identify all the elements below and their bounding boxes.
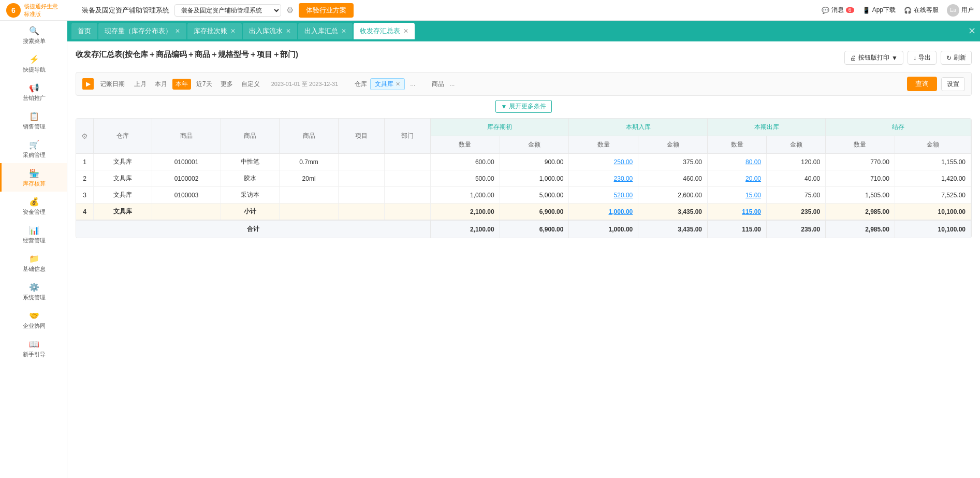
sidebar-item-inventory[interactable]: 🏪 库存核算 — [0, 163, 67, 192]
messages-btn[interactable]: 💬 消息 6 — [822, 6, 854, 15]
table-cell[interactable]: 115.00 — [708, 204, 767, 221]
tab-stock-summary[interactable]: 收发存汇总表 ✕ — [354, 23, 415, 39]
filter-settings-button[interactable]: 设置 — [941, 77, 965, 91]
date-label: 记账日期 — [100, 80, 125, 89]
tab-home[interactable]: 首页 — [71, 23, 97, 39]
product-more[interactable]: ... — [449, 80, 455, 88]
date-btn-more[interactable]: 更多 — [217, 79, 236, 90]
date-btn-this-month[interactable]: 本月 — [152, 79, 170, 90]
col-settings-icon[interactable]: ⚙ — [81, 132, 88, 140]
sidebar-item-purchase[interactable]: 🛒 采购管理 — [0, 135, 67, 163]
content-area: 首页 现存量（库存分布表） ✕ 库存批次账 ✕ 出入库流水 ✕ 出入库汇总 ✕ — [67, 21, 980, 478]
date-btn-this-year[interactable]: 本年 — [172, 79, 191, 90]
table-cell — [280, 204, 339, 221]
sidebar-item-finance[interactable]: 💰 资金管理 — [0, 192, 67, 220]
th-balance: 结存 — [826, 119, 971, 136]
warehouse-more[interactable]: ... — [410, 80, 415, 88]
warehouse-tag-close[interactable]: ✕ — [396, 81, 400, 88]
sidebar-item-basic-info[interactable]: 📁 基础信息 — [0, 249, 67, 277]
online-support-btn[interactable]: 🎧 在线客服 — [904, 6, 939, 15]
user-btn[interactable]: Ea 用户 — [947, 4, 974, 17]
table-cell[interactable]: 15.00 — [708, 187, 767, 204]
print-button[interactable]: 🖨 按钮版打印 ▼ — [844, 51, 903, 65]
table-cell: 2,600.00 — [638, 187, 708, 204]
table-cell: 1,420.00 — [895, 170, 971, 187]
th-settings: ⚙ — [76, 119, 94, 154]
table-cell: 900.00 — [500, 154, 569, 170]
date-buttons: 上月 本月 本年 近7天 更多 自定义 — [131, 79, 263, 90]
sidebar-item-operations[interactable]: 📊 经营管理 — [0, 220, 67, 249]
tab-inout-summary[interactable]: 出入库汇总 ✕ — [298, 23, 353, 39]
tab-close-inventory-dist[interactable]: ✕ — [175, 27, 180, 35]
system-icon: ⚙️ — [29, 282, 39, 292]
table-cell: 1,155.00 — [895, 154, 971, 170]
table-cell[interactable]: 520.00 — [569, 187, 638, 204]
date-btn-custom[interactable]: 自定义 — [238, 79, 263, 90]
footer-open-qty: 2,100.00 — [430, 220, 500, 238]
tab-batch[interactable]: 库存批次账 ✕ — [187, 23, 242, 39]
sidebar-item-marketing[interactable]: 📢 营销推广 — [0, 78, 67, 106]
query-button[interactable]: 查询 — [907, 77, 937, 91]
tab-inout-flow[interactable]: 出入库流水 ✕ — [243, 23, 297, 39]
export-icon: ↓ — [913, 54, 916, 62]
expand-conditions-button[interactable]: ▼ 展开更多条件 — [495, 100, 552, 113]
table-cell — [152, 204, 221, 221]
sales-icon: 📋 — [29, 111, 39, 121]
table-cell[interactable]: 1,000.00 — [569, 204, 638, 221]
export-button[interactable]: ↓ 导出 — [908, 51, 937, 65]
logo-text: 畅捷通好生意 标准版 — [24, 3, 58, 18]
footer-out-qty: 115.00 — [708, 220, 767, 238]
table-cell: 文具库 — [94, 170, 152, 187]
table-cell: 10,100.00 — [895, 204, 971, 221]
sidebar-item-quicknav[interactable]: ⚡ 快捷导航 — [0, 49, 67, 78]
table-cell[interactable]: 20.00 — [708, 170, 767, 187]
table-cell: 500.00 — [430, 170, 500, 187]
table-cell: 文具库 — [94, 187, 152, 204]
trial-button[interactable]: 体验行业方案 — [299, 3, 354, 18]
search-icon: 🔍 — [29, 26, 39, 36]
date-btn-7days[interactable]: 近7天 — [193, 79, 215, 90]
app-download-btn[interactable]: 📱 App下载 — [862, 6, 896, 15]
close-all-tabs-icon[interactable]: ✕ — [968, 25, 976, 37]
table-cell: 3,435.00 — [638, 204, 708, 221]
refresh-button[interactable]: ↻ 刷新 — [941, 51, 972, 65]
table-cell[interactable]: 80.00 — [708, 154, 767, 170]
sidebar-item-search[interactable]: 🔍 搜索菜单 — [0, 21, 67, 49]
operations-icon: 📊 — [29, 225, 39, 235]
footer-bal-qty: 2,985.00 — [826, 220, 895, 238]
table-cell: 中性笔 — [221, 154, 280, 170]
filter-toggle[interactable]: ▶ — [82, 78, 94, 90]
sidebar-item-enterprise[interactable]: 🤝 企业协同 — [0, 306, 67, 334]
th-in-amt: 金额 — [638, 136, 708, 154]
table-cell: 1,000.00 — [430, 187, 500, 204]
tab-close-stock-summary[interactable]: ✕ — [403, 27, 408, 35]
tab-bar: 首页 现存量（库存分布表） ✕ 库存批次账 ✕ 出入库流水 ✕ 出入库汇总 ✕ — [67, 21, 980, 41]
sidebar-item-system[interactable]: ⚙️ 系统管理 — [0, 277, 67, 306]
table-cell[interactable]: 230.00 — [569, 170, 638, 187]
tab-close-inout-flow[interactable]: ✕ — [286, 27, 291, 35]
headset-icon: 🎧 — [904, 7, 912, 14]
tab-close-inout-summary[interactable]: ✕ — [341, 27, 346, 35]
th-product: 商品 — [221, 119, 280, 154]
table-cell: 7,525.00 — [895, 187, 971, 204]
footer-in-qty: 1,000.00 — [569, 220, 638, 238]
footer-bal-amt: 10,100.00 — [895, 220, 971, 238]
table-cell: 采访本 — [221, 187, 280, 204]
page-title-row: 收发存汇总表(按仓库＋商品编码＋商品＋规格型号＋项目＋部门) 🖨 按钮版打印 ▼… — [76, 50, 972, 66]
footer-in-amt: 3,435.00 — [638, 220, 708, 238]
filter-product: 商品 ... — [432, 80, 455, 89]
table-cell: 胶水 — [221, 170, 280, 187]
table-cell[interactable]: 250.00 — [569, 154, 638, 170]
footer-out-amt: 235.00 — [767, 220, 826, 238]
date-btn-last-month[interactable]: 上月 — [131, 79, 150, 90]
system-selector[interactable]: 装备及固定资产辅助管理系统 — [174, 4, 281, 17]
tab-close-batch[interactable]: ✕ — [230, 27, 236, 35]
settings-icon[interactable]: ⚙ — [286, 5, 294, 15]
page-actions: 🖨 按钮版打印 ▼ ↓ 导出 ↻ 刷新 — [844, 51, 972, 65]
table-cell: 770.00 — [826, 154, 895, 170]
footer-open-amt: 6,900.00 — [500, 220, 569, 238]
tab-inventory-dist[interactable]: 现存量（库存分布表） ✕ — [98, 23, 186, 39]
sidebar-item-guide[interactable]: 📖 新手引导 — [0, 334, 67, 363]
sidebar-item-sales[interactable]: 📋 销售管理 — [0, 106, 67, 135]
warehouse-label: 仓库 — [355, 80, 367, 89]
